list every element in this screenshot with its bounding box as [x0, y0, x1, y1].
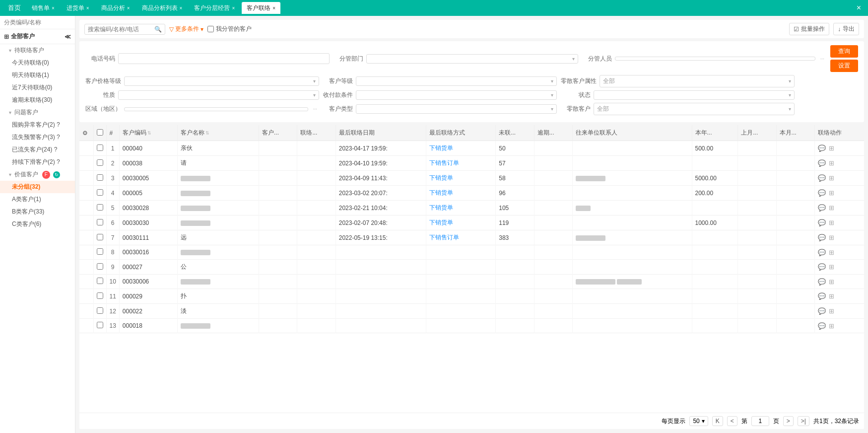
row-checkbox[interactable]: [97, 263, 103, 270]
row-checkbox[interactable]: [97, 189, 103, 196]
sidebar-item-abnormal[interactable]: 囤购异常客户(2) ?: [0, 119, 75, 131]
grid-action-icon[interactable]: ⊞: [829, 263, 834, 271]
page-size-select[interactable]: 50 ▾: [689, 416, 708, 426]
sidebar-all-customers[interactable]: ⊞ 全部客户 ≪: [0, 29, 75, 44]
contact-way-link[interactable]: 下销货单: [429, 189, 453, 196]
contact-way-link[interactable]: 下销货单: [429, 144, 453, 151]
chat-icon[interactable]: 💬: [818, 174, 826, 182]
price-level-select[interactable]: ▾: [124, 76, 319, 86]
chat-icon[interactable]: 💬: [818, 322, 826, 330]
sidebar-item-class-b[interactable]: B类客户(33): [0, 206, 75, 218]
last-page-button[interactable]: >|: [798, 416, 809, 426]
row-checkbox[interactable]: [97, 159, 103, 166]
row-checkbox[interactable]: [97, 292, 103, 299]
status-select[interactable]: ▾: [594, 90, 795, 100]
chat-icon[interactable]: 💬: [818, 234, 826, 241]
tab-sales[interactable]: 销售单 ×: [27, 2, 60, 14]
chat-icon[interactable]: 💬: [818, 219, 826, 226]
region-ellipsis[interactable]: ···: [311, 106, 319, 112]
sidebar-item-tomorrow-pending[interactable]: 明天待联络(1): [0, 69, 75, 81]
chat-icon[interactable]: 💬: [818, 144, 826, 152]
retail-customer-select[interactable]: 全部 ▾: [594, 103, 795, 115]
sidebar-item-7day-pending[interactable]: 近7天待联络(0): [0, 81, 75, 94]
tab-customer-segment[interactable]: 客户分层经营 ×: [189, 2, 240, 14]
grid-action-icon[interactable]: ⊞: [829, 159, 834, 167]
refresh-badge[interactable]: ↻: [53, 171, 60, 178]
sidebar-item-overdue-pending[interactable]: 逾期未联络(30): [0, 94, 75, 106]
tab-customer-contact[interactable]: 客户联络 ×: [242, 2, 280, 14]
row-checkbox[interactable]: [97, 204, 103, 211]
chat-icon[interactable]: 💬: [818, 204, 826, 212]
batch-operation-button[interactable]: ☑ 批量操作: [789, 23, 829, 35]
payment-select[interactable]: ▾: [356, 90, 557, 100]
chat-icon[interactable]: 💬: [818, 292, 826, 300]
tab-purchase[interactable]: 进货单 ×: [62, 2, 94, 14]
dept-select[interactable]: ▾: [366, 54, 578, 64]
manager-select[interactable]: [615, 57, 815, 61]
grid-action-icon[interactable]: ⊞: [829, 144, 834, 152]
contact-way-link[interactable]: 下销货单: [429, 174, 453, 181]
row-checkbox[interactable]: [97, 174, 103, 181]
contact-way-link[interactable]: 下销货单: [429, 204, 453, 211]
tab-analysis[interactable]: 商品分析 ×: [96, 2, 135, 14]
close-analysis-list-tab[interactable]: ×: [180, 5, 183, 11]
next-page-button[interactable]: >: [783, 416, 794, 426]
row-checkbox[interactable]: [97, 219, 103, 225]
sidebar-item-class-c[interactable]: C类客户(6): [0, 218, 75, 230]
filter-search-input[interactable]: [88, 26, 152, 33]
chat-icon[interactable]: 💬: [818, 249, 826, 256]
retail-attr-select[interactable]: 全部 ▾: [600, 75, 795, 87]
grid-action-icon[interactable]: ⊞: [829, 322, 834, 330]
settings-icon[interactable]: ⚙: [82, 130, 88, 137]
my-customers-checkbox[interactable]: [207, 26, 214, 32]
chat-icon[interactable]: 💬: [818, 278, 826, 286]
region-select[interactable]: [124, 107, 308, 111]
first-page-button[interactable]: K: [712, 416, 723, 426]
grid-action-icon[interactable]: ⊞: [829, 174, 834, 182]
row-checkbox[interactable]: [97, 278, 103, 284]
chat-icon[interactable]: 💬: [818, 189, 826, 197]
grid-action-icon[interactable]: ⊞: [829, 234, 834, 241]
grid-action-icon[interactable]: ⊞: [829, 307, 834, 315]
reset-button[interactable]: 设置: [830, 60, 858, 72]
chat-icon[interactable]: 💬: [818, 263, 826, 271]
chat-icon[interactable]: 💬: [818, 159, 826, 167]
sidebar-group-problem[interactable]: ▼ 问题客户: [0, 106, 75, 119]
row-checkbox[interactable]: [97, 322, 103, 328]
row-checkbox[interactable]: [97, 144, 103, 151]
query-button[interactable]: 查询: [830, 45, 858, 58]
close-analysis-tab[interactable]: ×: [127, 5, 130, 11]
chat-icon[interactable]: 💬: [818, 307, 826, 315]
sidebar-group-pending[interactable]: ▼ 待联络客户: [0, 44, 75, 57]
grid-action-icon[interactable]: ⊞: [829, 249, 834, 256]
close-all-button[interactable]: ×: [854, 3, 864, 12]
sidebar-item-declining[interactable]: 持续下滑客户(2) ?: [0, 156, 75, 168]
manager-ellipsis[interactable]: ···: [818, 56, 826, 62]
close-contact-tab[interactable]: ×: [272, 5, 275, 11]
grid-action-icon[interactable]: ⊞: [829, 292, 834, 300]
row-checkbox[interactable]: [97, 248, 103, 255]
select-all-checkbox[interactable]: [97, 129, 103, 136]
close-sales-tab[interactable]: ×: [52, 5, 55, 11]
tab-analysis-list[interactable]: 商品分析列表 ×: [137, 2, 188, 14]
prev-page-button[interactable]: <: [727, 416, 737, 426]
sidebar-item-today-pending[interactable]: 今天待联络(0): [0, 57, 75, 69]
customer-type-select[interactable]: ▾: [356, 104, 557, 114]
row-checkbox[interactable]: [97, 307, 103, 314]
page-number-input[interactable]: [751, 416, 769, 426]
close-segment-tab[interactable]: ×: [232, 5, 235, 11]
sidebar-item-class-a[interactable]: A类客户(1): [0, 193, 75, 206]
sidebar-item-churned[interactable]: 已流失客户(24) ?: [0, 144, 75, 156]
contact-way-link[interactable]: 下销售订单: [429, 234, 459, 241]
grid-action-icon[interactable]: ⊞: [829, 189, 834, 197]
sidebar-item-ungrouped[interactable]: 未分组(32): [0, 181, 75, 193]
phone-input[interactable]: [118, 53, 330, 64]
row-checkbox[interactable]: [97, 234, 103, 240]
customer-level-select[interactable]: ▾: [356, 76, 557, 86]
table-scroll[interactable]: ⚙ # 客户编码⇅ 客户名称⇅ 客户... 联络... 最后联络日期 最后联络方…: [79, 125, 864, 413]
more-conditions-button[interactable]: ▽ 更多条件 ▾: [169, 25, 203, 33]
grid-action-icon[interactable]: ⊞: [829, 278, 834, 286]
export-button[interactable]: ↓ 导出: [833, 23, 859, 35]
col-gear[interactable]: ⚙: [79, 125, 93, 141]
nature-select[interactable]: ▾: [118, 90, 319, 100]
